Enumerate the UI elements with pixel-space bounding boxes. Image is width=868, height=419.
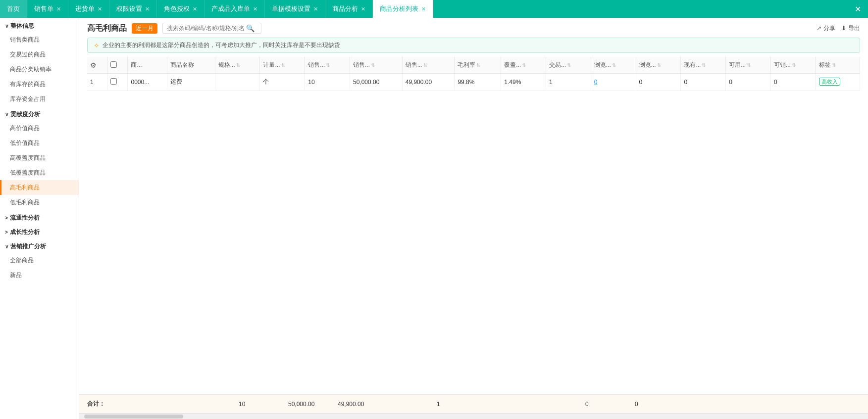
- cell-name[interactable]: 运费: [167, 74, 215, 91]
- cell-code: 0000...: [128, 74, 167, 91]
- sort-icon: ⇅: [281, 62, 285, 68]
- nav-item-单据模板设置[interactable]: 单据模板设置✕: [265, 0, 325, 18]
- col-header-unit[interactable]: 计量...⇅: [260, 57, 305, 74]
- export-button[interactable]: ⬇ 导出: [841, 24, 860, 33]
- sidebar-item-商品分类助销率[interactable]: 商品分类助销率: [0, 62, 79, 77]
- sidebar-group-营销推广分析[interactable]: ∨营销推广分析: [0, 238, 79, 253]
- sidebar-group-成长性分析[interactable]: >成长性分析: [0, 224, 79, 238]
- sidebar-group-arrow: >: [5, 215, 8, 221]
- select-all-checkbox[interactable]: [110, 61, 117, 68]
- nav-close-icon[interactable]: ✕: [98, 6, 102, 12]
- browse-link[interactable]: 0: [594, 79, 598, 86]
- nav-close-icon[interactable]: ✕: [253, 6, 257, 12]
- sort-icon: ⇅: [371, 62, 375, 68]
- close-all-icon[interactable]: ✕: [852, 3, 864, 15]
- settings-icon[interactable]: ⚙: [90, 61, 97, 69]
- sidebar-group-贡献度分析[interactable]: ∨贡献度分析: [0, 106, 79, 121]
- sidebar-item-高毛利商品[interactable]: 高毛利商品: [0, 180, 79, 195]
- cell-tag: 高收入: [816, 74, 860, 91]
- header-actions: ↗ 分享 ⬇ 导出: [817, 24, 860, 33]
- sidebar-group-流通性分析[interactable]: >流通性分析: [0, 210, 79, 224]
- col-header-check[interactable]: [107, 57, 128, 74]
- row-checkbox[interactable]: [110, 78, 117, 85]
- share-icon: ↗: [817, 25, 821, 32]
- sidebar-group-label: 贡献度分析: [10, 110, 40, 119]
- nav-close-icon[interactable]: ✕: [145, 6, 150, 12]
- nav-close-icon[interactable]: ✕: [421, 6, 426, 12]
- sidebar-item-新品[interactable]: 新品: [0, 268, 79, 282]
- cell-spec: [215, 74, 260, 91]
- col-header-available[interactable]: 可用...⇅: [726, 57, 771, 74]
- sidebar-item-销售类商品[interactable]: 销售类商品: [0, 32, 79, 47]
- sort-icon: ⇅: [567, 62, 571, 68]
- sidebar-item-低覆盖度商品[interactable]: 低覆盖度商品: [0, 165, 79, 180]
- col-header-coverage[interactable]: 覆盖...⇅: [501, 57, 546, 74]
- nav-item-产成品入库单[interactable]: 产成品入库单✕: [204, 0, 265, 18]
- sidebar-group-arrow: ∨: [5, 244, 8, 249]
- sidebar-group-arrow: ∨: [5, 23, 8, 29]
- sidebar-item-有库存的商品[interactable]: 有库存的商品: [0, 77, 79, 92]
- content-header: 高毛利商品 近一月 🔍 ↗ 分享 ⬇ 导出: [79, 18, 868, 34]
- cell-browse2: 0: [636, 74, 681, 91]
- col-header-seq[interactable]: ⚙: [87, 57, 107, 74]
- col-header-trade[interactable]: 交易...⇅: [546, 57, 591, 74]
- cell-seq: 1: [87, 74, 107, 91]
- col-header-sales_profit[interactable]: 销售...⇅: [402, 57, 455, 74]
- col-header-stock[interactable]: 现有...⇅: [681, 57, 726, 74]
- sort-icon: ⇅: [423, 62, 427, 68]
- nav-close-icon[interactable]: ✕: [56, 6, 61, 12]
- cell-trade: 1: [546, 74, 591, 91]
- sort-icon: ⇅: [476, 62, 480, 68]
- sort-icon: ⇅: [702, 62, 706, 68]
- nav-item-商品分析[interactable]: 商品分析✕: [325, 0, 373, 18]
- info-banner-text: 企业的主要的利润都是这部分商品创造的，可考虑加大推广，同时关注库存是不要出现缺货: [102, 41, 340, 49]
- nav-close-icon[interactable]: ✕: [313, 6, 318, 12]
- col-header-spec[interactable]: 规格...⇅: [215, 57, 260, 74]
- cell-sales_profit: 49,900.00: [402, 74, 455, 91]
- col-header-sellable[interactable]: 可销...⇅: [770, 57, 816, 74]
- col-header-sales_amount[interactable]: 销售...⇅: [350, 57, 403, 74]
- nav-item-首页[interactable]: 首页: [0, 0, 27, 18]
- col-header-name[interactable]: 商品名称: [167, 57, 215, 74]
- sidebar-item-交易过的商品[interactable]: 交易过的商品: [0, 47, 79, 62]
- share-label: 分享: [823, 24, 835, 33]
- col-header-sales_qty[interactable]: 销售...⇅: [305, 57, 350, 74]
- sidebar-group-整体信息[interactable]: ∨整体信息: [0, 18, 79, 32]
- cell-browse1[interactable]: 0: [591, 74, 636, 91]
- nav-item-权限设置[interactable]: 权限设置✕: [109, 0, 157, 18]
- nav-close-icon[interactable]: ✕: [361, 6, 365, 12]
- footer-sales-amount: 50,000.00: [288, 401, 328, 408]
- time-filter-button[interactable]: 近一月: [132, 23, 157, 34]
- sort-icon: ⇅: [657, 62, 661, 68]
- data-table: ⚙商...商品名称规格...⇅计量...⇅销售...⇅销售...⇅销售...⇅毛…: [87, 57, 860, 91]
- col-header-gross_rate[interactable]: 毛利率⇅: [455, 57, 501, 74]
- nav-item-销售单[interactable]: 销售单✕: [27, 0, 68, 18]
- col-header-browse1[interactable]: 浏览...⇅: [591, 57, 636, 74]
- search-input[interactable]: [167, 25, 246, 32]
- bottom-scrollbar[interactable]: [79, 413, 868, 419]
- table-footer: 合计： 10 50,000.00 49,900.00 1 0 0: [79, 394, 868, 413]
- sidebar-item-高价值商品[interactable]: 高价值商品: [0, 121, 79, 136]
- sidebar-group-label: 整体信息: [10, 22, 34, 30]
- search-icon[interactable]: 🔍: [246, 24, 255, 32]
- col-header-code[interactable]: 商...: [128, 57, 167, 74]
- table-container[interactable]: ⚙商...商品名称规格...⇅计量...⇅销售...⇅销售...⇅销售...⇅毛…: [79, 57, 868, 394]
- nav-close-icon[interactable]: ✕: [193, 6, 197, 12]
- nav-item-商品分析列表[interactable]: 商品分析列表✕: [373, 0, 433, 18]
- sidebar-item-低毛利商品[interactable]: 低毛利商品: [0, 195, 79, 210]
- col-header-tag[interactable]: 标签⇅: [816, 57, 860, 74]
- sidebar-item-全部商品[interactable]: 全部商品: [0, 253, 79, 268]
- sidebar-item-库存资金占用[interactable]: 库存资金占用: [0, 92, 79, 106]
- sidebar-collapse-btn[interactable]: «: [79, 209, 79, 229]
- footer-sales-profit: 49,900.00: [338, 401, 377, 408]
- tag-badge: 高收入: [819, 78, 840, 86]
- nav-item-进货单[interactable]: 进货单✕: [68, 0, 109, 18]
- nav-item-角色授权[interactable]: 角色授权✕: [157, 0, 204, 18]
- cell-coverage: 1.49%: [501, 74, 546, 91]
- sidebar-item-低价值商品[interactable]: 低价值商品: [0, 136, 79, 150]
- footer-trade: 1: [437, 401, 476, 408]
- col-header-browse2[interactable]: 浏览...⇅: [636, 57, 681, 74]
- main-layout: « ∨整体信息销售类商品交易过的商品商品分类助销率有库存的商品库存资金占用∨贡献…: [0, 18, 868, 419]
- sidebar-item-高覆盖度商品[interactable]: 高覆盖度商品: [0, 150, 79, 165]
- share-button[interactable]: ↗ 分享: [817, 24, 835, 33]
